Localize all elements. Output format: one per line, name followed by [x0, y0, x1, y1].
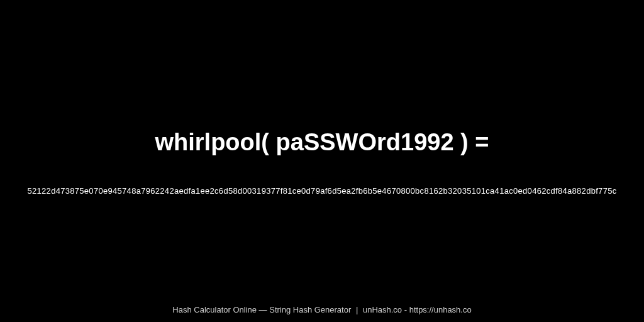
footer-site-url[interactable]: https://unhash.co [409, 305, 472, 314]
footer-dash: - [404, 305, 407, 314]
footer: Hash Calculator Online — String Hash Gen… [0, 299, 644, 322]
footer-description: Hash Calculator Online — String Hash Gen… [172, 305, 351, 314]
hash-expression: whirlpool( paSSWOrd1992 ) = [155, 129, 489, 156]
footer-separator: | [356, 305, 358, 314]
hash-output: 52122d473875e070e945748a7962242aedfa1ee2… [27, 186, 616, 196]
main-content: whirlpool( paSSWOrd1992 ) = 52122d473875… [0, 0, 644, 299]
footer-site-name[interactable]: unHash.co [363, 305, 402, 314]
